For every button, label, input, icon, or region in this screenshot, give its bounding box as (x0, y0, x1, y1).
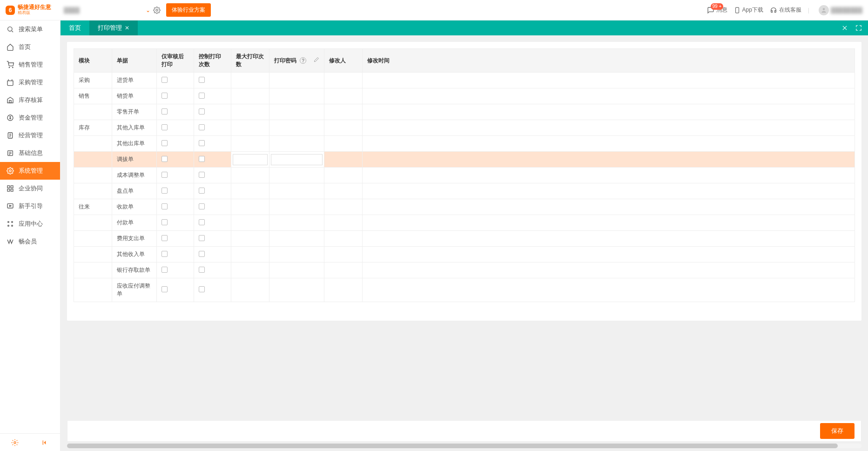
gear-icon[interactable] (152, 6, 161, 15)
table-row[interactable]: 零售开单 (74, 104, 855, 120)
checkbox[interactable] (161, 286, 168, 292)
sidebar-item-7[interactable]: 基础信息 (0, 144, 60, 162)
sidebar-item-5[interactable]: 资金管理 (0, 109, 60, 127)
search-icon (7, 26, 14, 33)
online-service-link[interactable]: 在线客服 (770, 6, 801, 14)
checkbox[interactable] (161, 219, 168, 225)
checkbox[interactable] (199, 172, 205, 178)
sidebar-item-12[interactable]: 畅会员 (0, 233, 60, 250)
save-button[interactable]: 保存 (820, 423, 855, 439)
checkbox[interactable] (161, 77, 168, 83)
tab-home[interactable]: 首页 (61, 20, 89, 35)
modify-time-cell (363, 231, 855, 247)
control-cell (194, 263, 231, 278)
modify-time-cell (363, 247, 855, 263)
table-row[interactable]: 付款单 (74, 215, 855, 231)
checkbox[interactable] (161, 172, 168, 178)
table-row[interactable]: 往来收款单 (74, 199, 855, 215)
table-row[interactable]: 其他出库单 (74, 136, 855, 152)
checkbox[interactable] (199, 93, 205, 99)
password-input[interactable] (271, 154, 323, 165)
sidebar-item-3[interactable]: 采购管理 (0, 74, 60, 91)
checkbox[interactable] (161, 93, 168, 99)
sidebar-item-11[interactable]: 应用中心 (0, 215, 60, 233)
audit-cell (157, 183, 194, 199)
table-row[interactable]: 银行存取款单 (74, 263, 855, 278)
audit-cell (157, 199, 194, 215)
close-all-icon[interactable] (840, 23, 849, 33)
checkbox[interactable] (199, 188, 205, 194)
sidebar-item-4[interactable]: 库存核算 (0, 91, 60, 109)
table-row[interactable]: 采购进货单 (74, 73, 855, 88)
checkbox[interactable] (161, 203, 168, 209)
max-count-cell (231, 104, 269, 120)
table-row[interactable]: 成本调整单 (74, 168, 855, 183)
module-cell (74, 104, 112, 120)
table-row[interactable]: 费用支出单 (74, 231, 855, 247)
checkbox[interactable] (199, 140, 205, 146)
experience-button[interactable]: 体验行业方案 (166, 3, 211, 17)
table-row[interactable]: 调拔单 (74, 152, 855, 168)
table-row[interactable]: 库存其他入库单 (74, 120, 855, 136)
horizontal-scrollbar[interactable] (67, 444, 861, 448)
modifier-cell (324, 278, 363, 302)
edit-icon[interactable] (314, 57, 319, 62)
checkbox[interactable] (199, 203, 205, 209)
org-selector[interactable]: ████ (64, 7, 143, 13)
checkbox[interactable] (199, 267, 205, 273)
module-cell (74, 278, 112, 302)
sidebar-item-10[interactable]: 新手引导 (0, 197, 60, 215)
sidebar-item-9[interactable]: 企业协同 (0, 180, 60, 197)
sidebar-item-0[interactable]: 搜索菜单 (0, 20, 60, 38)
max-count-input[interactable] (233, 154, 268, 165)
fullscreen-icon[interactable] (854, 23, 863, 33)
checkbox[interactable] (199, 286, 205, 292)
control-cell (194, 215, 231, 231)
checkbox[interactable] (161, 188, 168, 194)
chevron-down-icon[interactable]: ⌄ (146, 7, 150, 13)
sidebar-item-1[interactable]: 首页 (0, 38, 60, 56)
svg-point-26 (12, 222, 13, 223)
app-download-link[interactable]: App下载 (734, 6, 763, 14)
modifier-cell (324, 231, 363, 247)
close-icon[interactable]: ✕ (125, 25, 129, 31)
tab-print-management[interactable]: 打印管理 ✕ (89, 20, 138, 35)
checkbox[interactable] (161, 156, 168, 162)
checkbox[interactable] (161, 140, 168, 146)
settings-icon[interactable] (11, 439, 19, 446)
module-cell (74, 247, 112, 263)
sidebar-item-2[interactable]: 销售管理 (0, 56, 60, 74)
table-row[interactable]: 应收应付调整单 (74, 278, 855, 302)
user-name: ████████ (831, 7, 862, 13)
checkbox[interactable] (199, 235, 205, 241)
checkbox[interactable] (199, 251, 205, 257)
checkbox[interactable] (161, 251, 168, 257)
table-row[interactable]: 盘点单 (74, 183, 855, 199)
collapse-icon[interactable] (41, 439, 49, 446)
messages-link[interactable]: 99 + 消息 (707, 6, 727, 14)
checkbox[interactable] (161, 124, 168, 130)
scrollbar-thumb[interactable] (67, 444, 838, 448)
help-icon[interactable]: ? (300, 57, 306, 64)
checkbox[interactable] (161, 235, 168, 241)
checkbox[interactable] (199, 108, 205, 114)
sidebar-item-8[interactable]: 系统管理 (0, 162, 60, 180)
table-row[interactable]: 其他收入单 (74, 247, 855, 263)
audit-cell (157, 73, 194, 88)
th-module: 模块 (74, 49, 112, 73)
user-menu[interactable]: ████████ (816, 5, 862, 15)
control-cell (194, 247, 231, 263)
checkbox[interactable] (199, 124, 205, 130)
audit-cell (157, 152, 194, 168)
checkbox[interactable] (199, 156, 205, 162)
table-row[interactable]: 销售销货单 (74, 88, 855, 104)
bag-icon (7, 79, 14, 86)
checkbox[interactable] (199, 77, 205, 83)
modifier-cell (324, 88, 363, 104)
sidebar-item-6[interactable]: 经营管理 (0, 127, 60, 144)
max-count-cell (231, 231, 269, 247)
checkbox[interactable] (161, 108, 168, 114)
info-icon (7, 149, 14, 157)
checkbox[interactable] (161, 267, 168, 273)
checkbox[interactable] (199, 219, 205, 225)
